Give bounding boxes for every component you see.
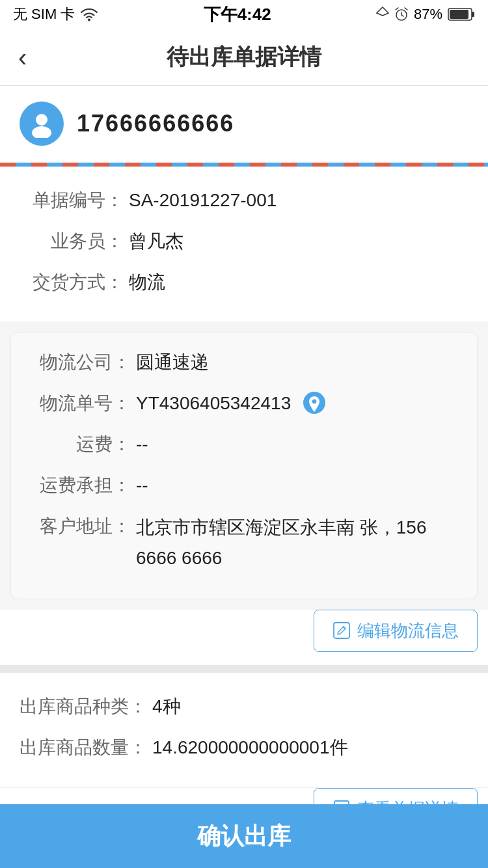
goods-section: 出库商品种类： 4种 出库商品数量： 14.620000000000001件 [0,673,488,787]
freight-bearer-label: 运费承担： [27,471,131,500]
logistics-company-label: 物流公司： [27,348,131,377]
address-value: 北京市市辖区海淀区永丰南 张，156 6666 6666 [131,512,461,574]
address-row: 客户地址： 北京市市辖区海淀区永丰南 张，156 6666 6666 [27,512,461,574]
user-phone: 17666666666 [77,110,234,137]
delivery-method-value: 物流 [124,268,468,297]
battery-icon [448,7,475,21]
section-divider [0,665,488,673]
avatar [20,102,64,146]
status-right: 87% [376,6,475,23]
freight-bearer-row: 运费承担： -- [27,471,461,500]
goods-quantity-value: 14.620000000000001件 [147,733,468,763]
freight-row: 运费： -- [27,430,461,459]
document-no-value: SA-20191227-001 [124,186,468,215]
goods-quantity-label: 出库商品数量： [20,733,147,763]
edit-logistics-label: 编辑物流信息 [357,619,459,642]
status-bar: 无 SIM 卡 下午4:42 87% [0,0,488,29]
carrier-text: 无 SIM 卡 [13,5,75,24]
tracking-no-label: 物流单号： [27,389,131,418]
location-nav-icon [376,7,389,22]
confirm-btn-label: 确认出库 [197,821,291,852]
edit-logistics-wrap: 编辑物流信息 [0,610,488,665]
order-info-section: 单据编号： SA-20191227-001 业务员： 曾凡杰 交货方式： 物流 [0,167,488,321]
salesman-row: 业务员： 曾凡杰 [20,227,468,256]
goods-type-value: 4种 [147,692,468,722]
logistics-company-value: 圆通速递 [131,348,461,377]
battery-text: 87% [414,6,442,23]
time-display: 下午4:42 [204,3,271,26]
tracking-no-row: 物流单号： YT4306405342413 [27,389,461,418]
alarm-icon [394,7,409,22]
wifi-icon [80,7,98,21]
salesman-label: 业务员： [20,227,124,256]
delivery-method-label: 交货方式： [20,268,124,297]
nav-bar: ‹ 待出库单据详情 [0,29,488,86]
status-left: 无 SIM 卡 [13,5,98,24]
document-no-row: 单据编号： SA-20191227-001 [20,186,468,215]
svg-point-5 [32,126,51,138]
freight-bearer-value: -- [131,471,461,500]
delivery-method-row: 交货方式： 物流 [20,268,468,297]
tracking-location-icon[interactable] [301,391,327,417]
logistics-company-row: 物流公司： 圆通速递 [27,348,461,377]
user-header: 17666666666 [0,86,488,161]
back-button[interactable]: ‹ [18,44,27,70]
edit-logistics-button[interactable]: 编辑物流信息 [314,610,478,652]
freight-value: -- [131,430,461,459]
edit-icon [332,621,351,640]
svg-rect-7 [334,623,349,638]
svg-rect-3 [450,10,468,19]
tracking-no-value: YT4306405342413 [131,389,461,418]
goods-type-row: 出库商品种类： 4种 [20,692,468,722]
svg-point-4 [36,114,47,126]
address-label: 客户地址： [27,512,131,541]
logistics-card: 物流公司： 圆通速递 物流单号： YT4306405342413 运费： -- … [10,332,478,599]
svg-rect-2 [472,12,474,17]
goods-type-label: 出库商品种类： [20,692,147,722]
goods-quantity-row: 出库商品数量： 14.620000000000001件 [20,733,468,763]
confirm-outbound-button[interactable]: 确认出库 [0,804,488,868]
page-title: 待出库单据详情 [167,42,321,72]
salesman-value: 曾凡杰 [124,227,468,256]
freight-label: 运费： [27,430,131,459]
document-no-label: 单据编号： [20,186,124,215]
